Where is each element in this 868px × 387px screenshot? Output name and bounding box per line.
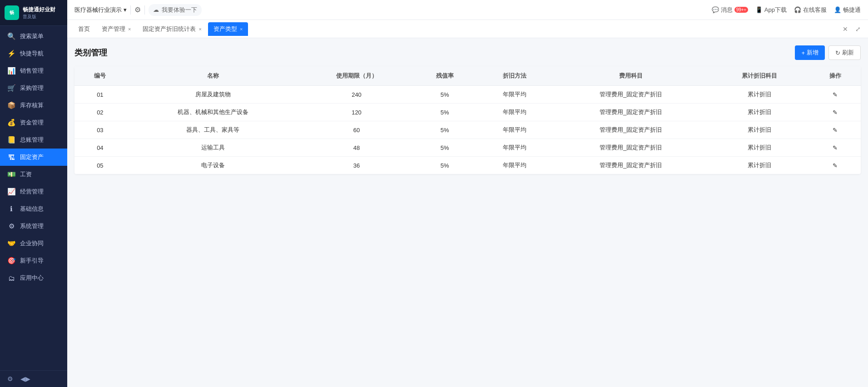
sidebar-item-search[interactable]: 🔍 搜索菜单 [0,28,67,45]
add-button[interactable]: + 新增 [795,45,825,60]
sidebar-item-finance[interactable]: 💰 资金管理 [0,114,67,131]
sidebar-label-system: 系统管理 [20,222,44,230]
table-cell: 累计折旧 [709,157,809,174]
table-row: 03器具、工具、家具等605%年限平均管理费用_固定资产折旧累计折旧✎ [74,121,861,139]
sidebar-item-basic-info[interactable]: ℹ 基础信息 [0,200,67,218]
sidebar-item-purchase[interactable]: 🛒 采购管理 [0,79,67,97]
sidebar-label-finance: 资金管理 [20,119,44,127]
edit-button[interactable]: ✎ [809,157,861,174]
refresh-icon: ↻ [835,50,840,56]
sidebar-item-quick-nav[interactable]: ⚡ 快捷导航 [0,45,67,62]
sidebar-item-system[interactable]: ⚙ 系统管理 [0,218,67,235]
user-menu[interactable]: 👤 畅捷通 [834,6,861,14]
refresh-label: 刷新 [842,49,854,57]
sidebar-label-quick-nav: 快捷导航 [20,50,44,58]
table-row: 05电子设备365%年限平均管理费用_固定资产折旧累计折旧✎ [74,157,861,174]
experience-button[interactable]: ☁ 我要体验一下 [149,4,202,16]
sidebar-icon-cooperation: 🤝 [7,239,15,248]
tab-asset-type[interactable]: 资产类型× [208,22,248,36]
col-header: 名称 [126,66,300,86]
app-logo: 畅 [5,5,19,20]
col-header: 残值率 [413,66,476,86]
customer-service-button[interactable]: 🎧 在线客服 [794,6,827,14]
tab-asset-mgmt[interactable]: 资产管理× [96,22,136,36]
tab-depreciation[interactable]: 固定资产折旧统计表× [137,22,207,36]
main-area: 医疗器械行业演示 ▾ ⚙ ☁ 我要体验一下 💬 消息 99++ 📱 App下载 [67,0,868,387]
edit-button[interactable]: ✎ [809,139,861,157]
edit-button[interactable]: ✎ [809,104,861,121]
sidebar-label-cooperation: 企业协同 [20,239,44,248]
col-header: 累计折旧科目 [709,66,809,86]
table-cell: 年限平均 [476,157,552,174]
table-cell: 累计折旧 [709,86,809,104]
download-icon: 📱 [755,6,763,13]
expand-tab-icon[interactable]: ⤢ [853,24,863,35]
sidebar-label-ledger: 总账管理 [20,136,44,144]
sidebar-item-inventory[interactable]: 📦 库存核算 [0,97,67,114]
table-cell: 累计折旧 [709,139,809,157]
table-cell: 5% [413,121,476,139]
sidebar-item-app-center[interactable]: 🗂 应用中心 [0,269,67,287]
table-head: 编号名称使用期限（月）残值率折旧方法费用科目累计折旧科目操作 [74,66,861,86]
collapse-icon[interactable]: ◀▶ [20,375,30,382]
sidebar-item-operations[interactable]: 📈 经营管理 [0,183,67,200]
edit-button[interactable]: ✎ [809,86,861,104]
table-cell: 管理费用_固定资产折旧 [552,157,709,174]
table-cell: 5% [413,86,476,104]
add-label: 新增 [807,49,818,57]
add-icon: + [801,50,805,56]
table-cell: 年限平均 [476,104,552,121]
table-cell: 36 [300,157,413,174]
sidebar-item-ledger[interactable]: 📒 总账管理 [0,131,67,149]
experience-icon: ☁ [153,6,159,13]
settings-icon[interactable]: ⚙ [7,375,13,382]
tab-home[interactable]: 首页 [73,22,95,36]
message-icon: 💬 [712,6,719,13]
table-row: 04运输工具485%年限平均管理费用_固定资产折旧累计折旧✎ [74,139,861,157]
sidebar-item-payroll[interactable]: 💵 工资 [0,166,67,183]
col-header: 使用期限（月） [300,66,413,86]
refresh-button[interactable]: ↻ 刷新 [828,45,861,60]
table-cell: 120 [300,104,413,121]
sidebar-icon-quick-nav: ⚡ [7,50,15,58]
messages-button[interactable]: 💬 消息 99++ [712,6,748,14]
sidebar-label-payroll: 工资 [20,170,32,179]
table-cell: 累计折旧 [709,104,809,121]
app-download-button[interactable]: 📱 App下载 [755,6,787,14]
tab-close-asset-type[interactable]: × [240,26,243,32]
col-header: 操作 [809,66,861,86]
sidebar-item-sales[interactable]: 📊 销售管理 [0,62,67,79]
sidebar-item-cooperation[interactable]: 🤝 企业协同 [0,235,67,252]
table-cell: 房屋及建筑物 [126,86,300,104]
topbar-divider2 [144,5,145,15]
table-cell: 240 [300,86,413,104]
tab-close-asset-mgmt[interactable]: × [128,26,131,32]
user-label: 畅捷通 [843,6,861,14]
table-cell: 累计折旧 [709,121,809,139]
sidebar-footer: ⚙ ◀▶ [0,370,67,387]
table-cell: 5% [413,104,476,121]
table-cell: 年限平均 [476,139,552,157]
messages-label: 消息 [721,6,733,14]
industry-selector[interactable]: 医疗器械行业演示 ▾ [74,6,127,14]
sidebar-icon-search: 🔍 [7,32,15,40]
industry-label: 医疗器械行业演示 [74,6,122,14]
table-cell: 5% [413,139,476,157]
settings-gear-icon[interactable]: ⚙ [134,5,141,14]
tabs-container: 首页资产管理×固定资产折旧统计表×资产类型× [73,22,248,36]
table-cell: 5% [413,157,476,174]
tab-close-depreciation[interactable]: × [198,26,201,32]
sidebar-item-fixed-assets[interactable]: 🏗 固定资产 [0,149,67,166]
table-cell: 01 [74,86,126,104]
customer-service-label: 在线客服 [803,6,827,14]
page-header: 类别管理 + 新增 ↻ 刷新 [74,45,861,60]
table-cell: 器具、工具、家具等 [126,121,300,139]
edit-button[interactable]: ✎ [809,121,861,139]
chevron-down-icon: ▾ [124,6,127,13]
page-actions: + 新增 ↻ 刷新 [795,45,861,60]
sidebar-nav: 🔍 搜索菜单 ⚡ 快捷导航 📊 销售管理 🛒 采购管理 📦 库存核算 💰 资金管… [0,26,67,370]
table-row: 01房屋及建筑物2405%年限平均管理费用_固定资产折旧累计折旧✎ [74,86,861,104]
sidebar-item-guide[interactable]: 🎯 新手引导 [0,252,67,269]
close-tab-icon[interactable]: ✕ [841,24,850,35]
table-cell: 年限平均 [476,121,552,139]
